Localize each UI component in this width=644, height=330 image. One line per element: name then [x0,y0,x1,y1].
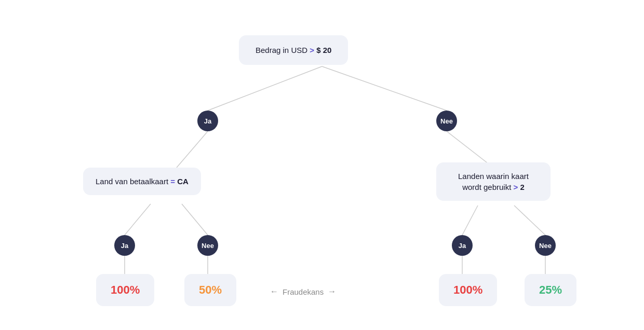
left-node-prefix: Land van betaalkaart [96,177,170,186]
left-branch-badge-yes: Ja [197,111,218,131]
result-right-no: 25% [525,274,576,306]
left-leaf-badge-yes: Ja [114,235,135,256]
root-value: $ 20 [316,46,331,54]
right-leaf-badge-no: Nee [535,235,556,256]
root-operator: > [310,46,314,54]
right-node-value: 2 [520,183,524,191]
result-right-yes: 100% [439,274,497,306]
svg-line-4 [125,204,151,235]
left-node-operator: = [170,177,175,186]
decision-tree: Bedrag in USD > $ 20 Ja Nee Land van bet… [36,20,608,310]
root-node: Bedrag in USD > $ 20 [239,35,348,65]
svg-line-6 [462,205,478,235]
left-leaf-badge-no: Nee [197,235,218,256]
svg-line-2 [177,131,208,168]
svg-line-7 [514,205,545,235]
result-left-no: 50% [184,274,236,306]
right-leaf-badge-yes: Ja [452,235,473,256]
svg-line-0 [208,66,322,111]
right-node-operator: > [514,183,518,191]
right-branch-badge-no-root: Nee [436,111,457,131]
svg-line-1 [322,66,447,111]
right-node: Landen waarin kaart wordt gebruikt > 2 [436,162,551,201]
right-node-prefix: Landen waarin kaart wordt gebruikt [458,172,529,191]
left-node: Land van betaalkaart = CA [83,168,201,195]
svg-line-5 [182,204,208,235]
fraud-label: Fraudekans [270,287,336,296]
left-node-value: CA [177,177,189,186]
result-left-yes: 100% [96,274,154,306]
root-label-prefix: Bedrag in USD [256,46,310,54]
